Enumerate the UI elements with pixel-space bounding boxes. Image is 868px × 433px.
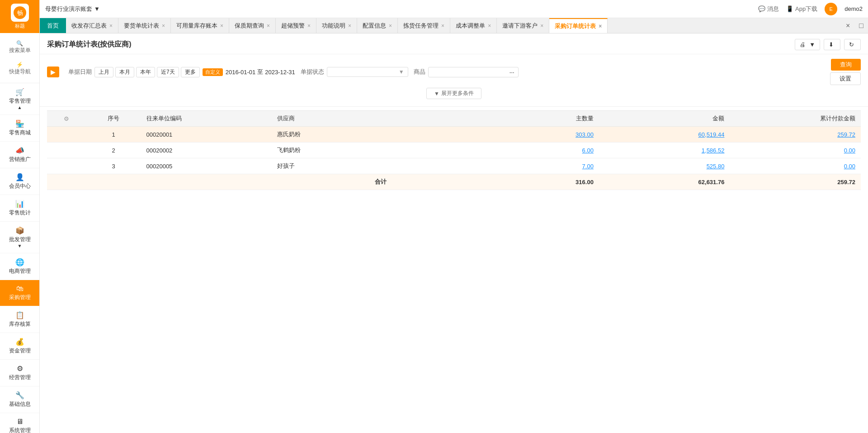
cell-amount[interactable]: 1,586.52	[599, 143, 730, 158]
sidebar-item-search[interactable]: 🔍 搜索菜单	[3, 37, 37, 58]
goods-more-icon: ···	[509, 69, 514, 76]
th-code-label: 往来单位编码	[146, 115, 182, 122]
tab-config[interactable]: 配置信息 ×	[357, 18, 398, 33]
column-settings-icon[interactable]: ⚙	[64, 115, 69, 122]
tab-overstock[interactable]: 超储预警 ×	[276, 18, 316, 33]
shortcut-more[interactable]: 更多	[181, 67, 200, 77]
tab-cost-close[interactable]: ×	[488, 23, 491, 29]
tab-expiry-query[interactable]: 保质期查询 ×	[229, 18, 276, 33]
sidebar-wholesale-label: 批发管理	[9, 236, 31, 243]
mall-icon: 🏪	[15, 119, 24, 128]
cell-amount[interactable]: 525.80	[599, 158, 730, 174]
refresh-icon: ↻	[849, 41, 854, 48]
date-from: 2016-01-01	[226, 69, 256, 76]
sidebar-item-system[interactable]: 🖥 系统管理	[0, 413, 39, 433]
filter-toggle-button[interactable]: ▶	[47, 67, 59, 77]
tab-order-summary-label: 要货单统计表	[124, 22, 159, 30]
goods-input[interactable]: ···	[428, 67, 519, 77]
account-selector[interactable]: 母婴行业演示账套 ▼	[45, 5, 100, 13]
expand-filter-button[interactable]: ▼ 展开更多条件	[426, 88, 481, 99]
table-row: 2 00020002 飞鹤奶粉 6.00 1,586.52 0.00	[47, 143, 861, 158]
export-button[interactable]: ⬇	[824, 39, 840, 50]
cell-qty[interactable]: 303.00	[490, 127, 599, 143]
cell-qty[interactable]: 7.00	[490, 158, 599, 174]
sidebar-item-wholesale[interactable]: 📦 批发管理 ▼	[0, 222, 39, 253]
th-index: 序号	[86, 111, 141, 127]
sidebar-item-shortcut[interactable]: ⚡ 快捷导航	[3, 58, 37, 79]
print-button[interactable]: 🖨 ▼	[795, 39, 820, 50]
tab-purchase-order-summary[interactable]: 采购订单统计表 ×	[549, 18, 608, 33]
avatar[interactable]: E	[825, 3, 837, 15]
marketing-icon: 📣	[15, 146, 24, 155]
search-icon: 🔍	[16, 40, 23, 47]
refresh-button[interactable]: ↻	[844, 39, 861, 50]
sidebar-purchase-label: 采购管理	[9, 294, 31, 301]
sidebar-item-member[interactable]: 👤 会员中心	[0, 168, 39, 195]
tab-picking-task[interactable]: 拣货任务管理 ×	[398, 18, 450, 33]
th-supplier: 供应商	[272, 111, 490, 127]
settings-button[interactable]: 设置	[830, 72, 861, 85]
tab-available-stock[interactable]: 可用量库存账本 ×	[171, 18, 229, 33]
shortcut-7days[interactable]: 近7天	[157, 67, 179, 77]
message-icon: 💬	[758, 5, 765, 12]
tab-maximize-button[interactable]: □	[854, 18, 868, 33]
tab-order-summary-close[interactable]: ×	[162, 23, 165, 29]
message-button[interactable]: 💬 消息	[758, 5, 779, 13]
shortcut-this-month[interactable]: 本月	[115, 67, 134, 77]
cell-paid[interactable]: 0.00	[730, 143, 861, 158]
sidebar-item-basic[interactable]: 🔧 基础信息	[0, 386, 39, 413]
data-table: ⚙ 序号 往来单位编码 供应商 主数量	[47, 110, 861, 190]
tab-overstock-close[interactable]: ×	[307, 23, 311, 29]
cell-qty[interactable]: 6.00	[490, 143, 599, 158]
sidebar-item-retail-stats[interactable]: 📊 零售统计	[0, 195, 39, 222]
tabbar-actions: × □	[841, 18, 868, 33]
tab-invite[interactable]: 邀请下游客户 ×	[497, 18, 549, 33]
cell-paid[interactable]: 0.00	[730, 158, 861, 174]
account-name: 母婴行业演示账套	[45, 5, 92, 13]
tab-purchase-order-close[interactable]: ×	[599, 23, 602, 29]
tab-available-stock-close[interactable]: ×	[220, 23, 223, 29]
footer-empty2	[86, 174, 141, 190]
sidebar-item-retail-mall[interactable]: 🏪 零售商城	[0, 115, 39, 142]
tab-close-all-button[interactable]: ×	[841, 18, 854, 33]
topbar-left: 母婴行业演示账套 ▼	[45, 5, 100, 13]
tab-receive-summary[interactable]: 收发存汇总表 ×	[66, 18, 118, 33]
app-icon: 📱	[786, 5, 793, 12]
tab-invite-close[interactable]: ×	[540, 23, 543, 29]
tab-function-desc[interactable]: 功能说明 ×	[316, 18, 357, 33]
tab-order-summary[interactable]: 要货单统计表 ×	[118, 18, 171, 33]
cell-supplier: 好孩子	[272, 158, 490, 174]
query-button[interactable]: 查询	[831, 59, 861, 71]
tab-receive-summary-close[interactable]: ×	[109, 23, 113, 29]
sidebar-item-ecommerce[interactable]: 🌐 电商管理	[0, 253, 39, 280]
expand-row: ▼ 展开更多条件	[47, 85, 861, 102]
table-body: 1 00020001 惠氏奶粉 303.00 60,519.44 259.72 …	[47, 127, 861, 174]
export-icon: ⬇	[829, 41, 834, 48]
footer-label: 合计	[272, 174, 490, 190]
sidebar-item-operations[interactable]: ⚙ 经营管理	[0, 360, 39, 386]
sidebar-item-marketing[interactable]: 📣 营销推广	[0, 142, 39, 168]
sidebar: 畅 标题 🔍 搜索菜单 ⚡ 快捷导航 🛒 零售管理 ▲ 🏪 零售商城 📣 营销推…	[0, 0, 40, 433]
tab-function-close[interactable]: ×	[348, 23, 351, 29]
tab-config-close[interactable]: ×	[389, 23, 392, 29]
sidebar-item-finance[interactable]: 💰 资金管理	[0, 333, 39, 360]
table-container: ⚙ 序号 往来单位编码 供应商 主数量	[40, 107, 868, 194]
table-footer: 合计 316.00 62,631.76 259.72	[47, 174, 861, 190]
member-icon: 👤	[15, 173, 24, 181]
tab-home[interactable]: 首页	[40, 18, 66, 33]
cell-paid[interactable]: 259.72	[730, 127, 861, 143]
cell-settings	[47, 143, 86, 158]
sidebar-item-purchase[interactable]: 🛍 采购管理	[0, 280, 39, 306]
status-select[interactable]: ▼	[327, 67, 408, 77]
tab-expiry-close[interactable]: ×	[267, 23, 270, 29]
sidebar-item-inventory[interactable]: 📋 库存核算	[0, 306, 39, 333]
shortcut-last-month[interactable]: 上月	[94, 67, 113, 77]
filter-status: 单据状态 ▼	[301, 67, 408, 77]
sidebar-logo[interactable]: 畅 标题	[0, 0, 39, 33]
shortcut-this-year[interactable]: 本年	[136, 67, 155, 77]
cell-amount[interactable]: 60,519.44	[599, 127, 730, 143]
app-download-button[interactable]: 📱 App下载	[786, 5, 817, 13]
tab-picking-close[interactable]: ×	[441, 23, 444, 29]
sidebar-item-retail[interactable]: 🛒 零售管理 ▲	[0, 83, 39, 115]
tab-cost-adjust[interactable]: 成本调整单 ×	[450, 18, 497, 33]
